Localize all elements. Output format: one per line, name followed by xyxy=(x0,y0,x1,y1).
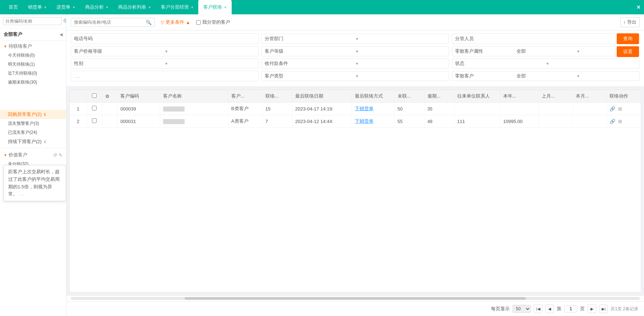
dept-field[interactable]: 分管部门 ▼ xyxy=(261,34,449,44)
tooltip-box: 距客户上次交易时长，超过了此客户的平均交易周期的1.5倍，则视为异常。 ... xyxy=(4,165,66,201)
prev-page-btn[interactable]: ◀ xyxy=(545,305,554,313)
th-cust-type: 客户... xyxy=(228,90,262,103)
filter-bar: 🔍 ▽ 更多条件 ▲ 我分管的客户 ↑ 导出 xyxy=(66,14,644,30)
per-page-label: 每页显示 xyxy=(491,306,510,312)
pending-contacts-group[interactable]: ▼ 待联络客户 xyxy=(0,41,66,51)
first-page-btn[interactable]: |◀ xyxy=(534,305,542,313)
sidebar-item-churn-warning[interactable]: 流失预警客户(3) xyxy=(0,119,66,128)
sidebar-search-input[interactable] xyxy=(3,17,62,25)
td-contact-1: 15 xyxy=(262,103,292,115)
td-this-year-2: 10995.00 xyxy=(500,115,538,128)
close-customer-segmentation-icon[interactable]: × xyxy=(191,5,193,9)
status-field[interactable]: 状态 ▼ xyxy=(452,58,640,69)
close-sales-order-icon[interactable]: × xyxy=(44,5,46,9)
th-last-month: 上月... xyxy=(538,90,573,103)
tab-home[interactable]: 首页 xyxy=(4,0,23,14)
adv-filter-row-3: 性别 ▼ 收付款条件 ▼ 状态 ▼ xyxy=(71,58,640,69)
td-code-2[interactable]: 000031 xyxy=(117,115,160,128)
action-icons-2: 🔗 ⊞ xyxy=(610,119,638,124)
export-btn[interactable]: ↑ 导出 xyxy=(620,17,640,27)
close-purchase-order-icon[interactable]: × xyxy=(73,5,75,9)
sidebar: 🔍 全部客户 ◀ ▼ 待联络客户 今天待联络(0) 明天待联络(1) 近7天待联… xyxy=(0,14,66,316)
cust-level-field[interactable]: 客户等级 ▼ xyxy=(261,46,449,56)
sidebar-item-declining[interactable]: 持续下滑客户(2) ℹ xyxy=(0,137,66,146)
my-customers-check-input[interactable] xyxy=(196,20,201,25)
th-last-contact-date: 最后联络日期 xyxy=(292,90,352,103)
action-more-icon-1[interactable]: ⊞ xyxy=(618,106,622,112)
close-product-analysis-icon[interactable]: × xyxy=(106,5,108,9)
table-row: 1 000039 B类客户 15 2023-04-17 14:19: 下销货单 … xyxy=(70,103,641,115)
tab-customer-segmentation[interactable]: 客户分层经营 × xyxy=(156,0,198,14)
tab-purchase-order[interactable]: 进货单 × xyxy=(51,0,80,14)
select-all-checkbox[interactable] xyxy=(92,93,97,98)
td-check-2[interactable] xyxy=(87,115,102,128)
all-customers-header[interactable]: 全部客户 ◀ xyxy=(0,28,66,41)
payment-chevron-icon: ▼ xyxy=(355,62,446,66)
search-submit-icon[interactable]: 🔍 xyxy=(143,18,154,27)
collapse-icon[interactable]: ◀ xyxy=(60,32,62,37)
close-all-button[interactable]: × xyxy=(636,4,640,11)
td-code-1[interactable]: 000039 xyxy=(117,103,160,115)
value-customers-group[interactable]: ▼ 价值客户 ↺ ✎ xyxy=(0,150,66,160)
close-product-analysis-list-icon[interactable]: × xyxy=(148,5,150,9)
edit-icon[interactable]: ✎ xyxy=(59,152,62,158)
tab-customer-contact[interactable]: 客户联络 × xyxy=(198,0,231,14)
search-input[interactable] xyxy=(71,18,143,26)
close-customer-contact-icon[interactable]: × xyxy=(224,5,226,9)
th-contact: 联络... xyxy=(262,90,292,103)
tab-sales-order[interactable]: 销货单 × xyxy=(23,0,51,14)
next-page-btn[interactable]: ▶ xyxy=(588,305,596,313)
action-link-icon-2[interactable]: 🔗 xyxy=(610,119,615,124)
tab-product-analysis-list[interactable]: 商品分析列表 × xyxy=(113,0,156,14)
more-conditions-btn[interactable]: ▽ 更多条件 ▲ xyxy=(158,18,193,27)
sidebar-item-churned[interactable]: 已流失客户(24) xyxy=(0,128,66,137)
retail-attr-field[interactable]: 零散客户属性 全部 ▼ xyxy=(452,46,640,56)
phone-field[interactable]: 电话号码 xyxy=(71,33,259,44)
settings-button[interactable]: 设置 xyxy=(617,46,639,57)
dept-chevron-icon: ▼ xyxy=(355,37,446,41)
table-header: ⚙ 客户编码 客户名称 客户... 联络... 最后联络日期 最后联络方式 未联… xyxy=(70,90,641,103)
hscroll-thumb[interactable] xyxy=(185,297,526,300)
last-way-link-1[interactable]: 下销货单 xyxy=(355,106,374,111)
sidebar-item-tomorrow[interactable]: 明天待联络(1) xyxy=(0,60,66,69)
action-link-icon-1[interactable]: 🔗 xyxy=(610,106,615,112)
status-chevron-icon: ▼ xyxy=(546,62,636,66)
horizontal-scrollbar[interactable] xyxy=(66,295,644,301)
td-last-way-1[interactable]: 下销货单 xyxy=(352,103,394,115)
sidebar-item-overdue[interactable]: 逾期未联络(30) xyxy=(0,78,66,87)
gender-field[interactable]: 性别 ▼ xyxy=(71,58,259,69)
more-field[interactable]: ... xyxy=(71,71,259,81)
td-check-1[interactable] xyxy=(87,103,102,115)
td-last-way-2[interactable]: 下销货单 xyxy=(352,115,394,128)
td-last-month-1 xyxy=(538,103,573,115)
payment-field[interactable]: 收付款条件 ▼ xyxy=(261,58,449,69)
sidebar-item-repurchase[interactable]: 回购异常客户(2) ℹ xyxy=(0,110,66,119)
th-settings[interactable]: ⚙ xyxy=(102,90,117,103)
retail-cust-field[interactable]: 零散客户 全部 ▼ xyxy=(452,71,640,81)
cust-type-field[interactable]: 客户类型 ▼ xyxy=(261,71,449,81)
td-overdue-2: 48 xyxy=(424,115,454,128)
last-page-btn[interactable]: ▶| xyxy=(599,305,608,313)
td-name-2 xyxy=(160,115,228,128)
price-level-field[interactable]: 客户价格等级 ▼ xyxy=(71,46,259,56)
sidebar-item-today[interactable]: 今天待联络(0) xyxy=(0,51,66,60)
my-customers-checkbox[interactable]: 我分管的客户 xyxy=(196,19,230,25)
query-button[interactable]: 查询 xyxy=(617,33,639,44)
page-number-input[interactable] xyxy=(564,305,577,312)
td-settings-2 xyxy=(102,115,117,128)
sidebar-item-7days[interactable]: 近7天待联络(0) xyxy=(0,69,66,78)
tab-product-analysis[interactable]: 商品分析 × xyxy=(80,0,113,14)
name-blur-2 xyxy=(163,119,185,124)
th-num xyxy=(70,90,87,103)
sidebar-search-icon[interactable]: 🔍 xyxy=(63,19,66,24)
th-check[interactable] xyxy=(87,90,102,103)
per-page-select[interactable]: 50 100 200 xyxy=(513,305,531,313)
manager-field[interactable]: 分管人员 ... xyxy=(452,33,640,44)
refresh-icon[interactable]: ↺ xyxy=(53,152,57,158)
row1-checkbox[interactable] xyxy=(92,106,97,110)
td-name-1 xyxy=(160,103,228,115)
td-cust-type-1: B类客户 xyxy=(228,103,262,115)
last-way-link-2[interactable]: 下销货单 xyxy=(355,118,374,124)
row2-checkbox[interactable] xyxy=(92,118,97,123)
action-more-icon-2[interactable]: ⊞ xyxy=(618,119,622,124)
